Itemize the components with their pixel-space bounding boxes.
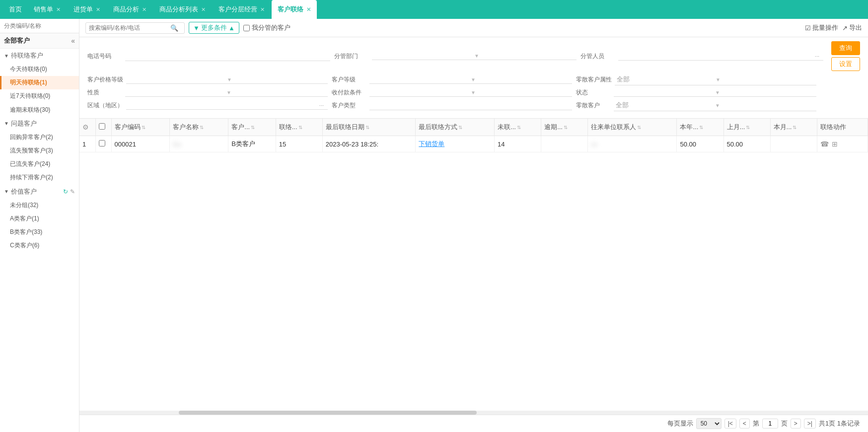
filter-select-retail-attr[interactable]: 全部 ▼ (615, 74, 816, 85)
batch-op-label: 批量操作 (812, 23, 838, 32)
filter-cell-nature: 性质 ▼ (87, 88, 328, 97)
sidebar-item-declining[interactable]: 持续下滑客户(2) (0, 171, 79, 184)
nav-tab-analysis-list[interactable]: 商品分析列表 ✕ (153, 0, 212, 19)
chevron-up-icon: ▲ (228, 24, 235, 32)
col-last-contact-method: 最后联络方式⇅ (416, 119, 495, 136)
select-all-checkbox[interactable] (99, 123, 105, 130)
my-customers-checkbox[interactable] (243, 25, 250, 31)
close-tab-purchase-icon[interactable]: ✕ (96, 6, 100, 13)
last-method-link[interactable]: 下销货单 (419, 140, 444, 147)
edit-group-icon[interactable]: ✎ (70, 188, 75, 195)
sidebar-item-ungrouped[interactable]: 未分组(32) (0, 199, 79, 212)
more-region-icon[interactable]: ··· (317, 102, 326, 108)
sort-overdue-icon[interactable]: ⇅ (564, 125, 568, 130)
filter-input-phone[interactable] (125, 52, 330, 61)
sort-date-icon[interactable]: ⇅ (365, 125, 369, 130)
filter-select-payment[interactable]: ▼ (369, 89, 572, 97)
prev-page-btn[interactable]: < (739, 419, 750, 429)
close-tab-customer-contact-icon[interactable]: ✕ (306, 6, 311, 13)
export-label: 导出 (849, 23, 862, 32)
query-btn[interactable]: 查询 (831, 41, 860, 55)
filter-cell-price-level: 客户价格等级 ▼ (87, 75, 328, 84)
sort-person-icon[interactable]: ⇅ (637, 125, 641, 130)
close-tab-sales-icon[interactable]: ✕ (56, 6, 61, 13)
next-page-btn[interactable]: > (791, 419, 801, 429)
contact-action-icon[interactable]: ☎ (820, 140, 829, 148)
last-page-btn[interactable]: >| (804, 419, 816, 429)
scrollbar-thumb[interactable] (179, 411, 477, 415)
all-customers-header[interactable]: 全部客户 « (0, 33, 79, 49)
more-filter-btn[interactable]: ▼ 更多条件 ▲ (189, 22, 239, 34)
group-prob-tri-icon: ▼ (4, 121, 9, 126)
sidebar-item-class-b[interactable]: B类客户(33) (0, 225, 79, 239)
nav-tab-customer-contact[interactable]: 客户联络 ✕ (272, 0, 317, 19)
row-checkbox[interactable] (99, 140, 105, 146)
sort-unlink-icon[interactable]: ⇅ (517, 125, 521, 130)
sort-method-icon[interactable]: ⇅ (458, 125, 462, 130)
action-icons: ☎ ⊞ (820, 140, 865, 148)
set-btn[interactable]: 设置 (831, 57, 860, 71)
chevron-down-dept-icon: ▼ (474, 53, 575, 59)
nav-tab-customer-tier[interactable]: 客户分层经营 ✕ (213, 0, 271, 19)
sort-code-icon[interactable]: ⇅ (142, 125, 145, 130)
filter-row-2: 客户价格等级 ▼ 客户等级 ▼ 零散客户属性 全部 (87, 74, 860, 85)
group-pending-contact[interactable]: ▼ 待联络客户 (0, 49, 79, 63)
sort-year-icon[interactable]: ⇅ (699, 125, 703, 130)
sort-lmonth-icon[interactable]: ⇅ (746, 125, 750, 130)
first-page-btn[interactable]: |< (724, 419, 736, 429)
sidebar-item-abnormal[interactable]: 回购异常客户(2) (0, 131, 79, 144)
sidebar-item-tomorrow[interactable]: 明天待联络(1) (0, 76, 79, 89)
nav-tab-purchase[interactable]: 进货单 ✕ (68, 0, 106, 19)
batch-op-btn[interactable]: ☑ 批量操作 (805, 23, 838, 32)
sidebar-item-overdue[interactable]: 逾期未联络(30) (0, 103, 79, 117)
my-customers-checkbox-label[interactable]: 我分管的客户 (243, 23, 290, 32)
filter-search-icon[interactable]: 🔍 (170, 24, 178, 32)
table-row: 1 000021 Ea B类客户 15 2023-05-23 18:25: 下销… (79, 136, 868, 152)
page-size-select[interactable]: 50 100 200 (696, 418, 722, 429)
nav-tab-sales[interactable]: 销售单 ✕ (28, 0, 67, 19)
sidebar-search-input[interactable] (4, 22, 78, 29)
close-tab-analysis-icon[interactable]: ✕ (142, 6, 146, 13)
refresh-icon[interactable]: ↻ (63, 188, 68, 195)
sidebar-item-today[interactable]: 今天待联络(0) (0, 63, 79, 76)
filter-row-4: 区域（地区） ··· 客户类型 零散客户 全部 ▼ (87, 100, 860, 111)
collapse-icon[interactable]: « (71, 37, 75, 45)
sidebar-item-class-a[interactable]: A类客户(1) (0, 212, 79, 225)
filter-select-dept[interactable]: ▼ (372, 52, 577, 60)
more-action-icon[interactable]: ⊞ (832, 140, 838, 148)
col-this-month: 本月...⇅ (770, 119, 817, 136)
group-value-customers[interactable]: ▼ 价值客户 ↻ ✎ (0, 185, 79, 199)
more-person-icon[interactable]: ··· (813, 53, 821, 59)
filter-select-nature[interactable]: ▼ (125, 89, 328, 97)
column-gear-icon[interactable]: ⚙ (82, 123, 89, 131)
sidebar-item-churn-warn[interactable]: 流失预警客户(3) (0, 144, 79, 157)
sort-month-icon[interactable]: ⇅ (793, 125, 796, 130)
content-area: 🔍 ▼ 更多条件 ▲ 我分管的客户 ☑ 批量操作 ↗ 导出 (79, 19, 868, 432)
group-problem-customers[interactable]: ▼ 问题客户 (0, 117, 79, 131)
filter-select-status[interactable]: ▼ (614, 89, 816, 97)
col-customer-name: 客户名称⇅ (170, 119, 228, 136)
sidebar-item-7days[interactable]: 近7天待联络(0) (0, 89, 79, 103)
nav-tab-analysis[interactable]: 商品分析 ✕ (107, 0, 152, 19)
sort-name-icon[interactable]: ⇅ (200, 125, 204, 130)
sidebar-item-class-c[interactable]: C类客户(6) (0, 239, 79, 252)
chevron-down-retail2-icon: ▼ (715, 103, 814, 108)
filter-input-customer-type[interactable] (369, 101, 572, 110)
nav-home[interactable]: 首页 (4, 0, 27, 19)
group-prob-label: 问题客户 (11, 119, 37, 128)
horizontal-scrollbar[interactable] (79, 411, 868, 415)
filter-search-input[interactable] (89, 24, 168, 31)
filter-label-nature: 性质 (87, 88, 122, 97)
filter-select-price-level[interactable]: ▼ (126, 76, 328, 84)
close-tab-customer-tier-icon[interactable]: ✕ (260, 6, 265, 13)
page-number-input[interactable] (762, 419, 778, 429)
sort-type-icon[interactable]: ⇅ (251, 125, 255, 130)
sort-contact-icon[interactable]: ⇅ (298, 125, 302, 130)
filter-select-customer-level[interactable]: ▼ (369, 76, 572, 84)
filter-select-retail-customer[interactable]: 全部 ▼ (614, 100, 816, 111)
filter-actions: 查询 设置 (827, 41, 860, 71)
export-btn[interactable]: ↗ 导出 (842, 23, 862, 32)
sidebar-item-churned[interactable]: 已流失客户(24) (0, 157, 79, 171)
filter-more-region: ··· (126, 101, 328, 110)
close-tab-analysis-list-icon[interactable]: ✕ (201, 6, 206, 13)
